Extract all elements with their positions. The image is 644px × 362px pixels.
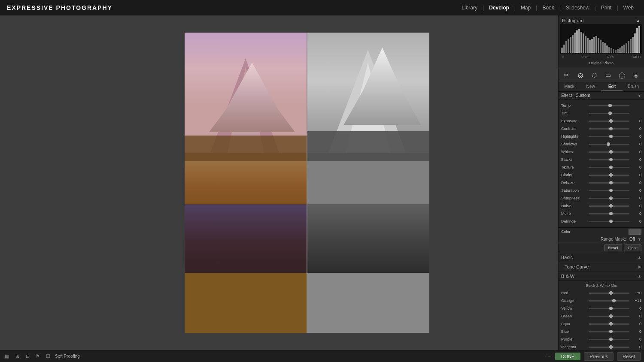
highlights-track[interactable] bbox=[589, 136, 629, 137]
checkbox-icon[interactable]: ☐ bbox=[45, 353, 52, 360]
moire-thumb[interactable] bbox=[609, 212, 613, 215]
sharpness-thumb[interactable] bbox=[609, 196, 613, 200]
zoom-icon[interactable]: ⊟ bbox=[24, 353, 31, 360]
nav-links: Library | Develop | Map | Book | Slidesh… bbox=[458, 3, 637, 12]
texture-track[interactable] bbox=[589, 167, 629, 168]
section-basic[interactable]: Basic ▲ bbox=[559, 253, 644, 262]
nav-web[interactable]: Web bbox=[620, 3, 637, 12]
tab-brush[interactable]: Brush bbox=[623, 82, 644, 91]
saturation-thumb[interactable] bbox=[609, 189, 613, 192]
red-eye-tool[interactable]: ◈ bbox=[631, 70, 641, 80]
bw-red-track[interactable] bbox=[589, 293, 629, 294]
bw-aqua-track[interactable] bbox=[589, 323, 629, 325]
saturation-label: Saturation bbox=[561, 188, 587, 193]
bw-magenta-thumb[interactable] bbox=[609, 345, 613, 349]
nav-print[interactable]: Print bbox=[598, 3, 615, 12]
nav-sep-2: | bbox=[514, 5, 516, 11]
photo-split-divider bbox=[307, 33, 307, 333]
bw-yellow-thumb[interactable] bbox=[609, 307, 613, 310]
tab-new[interactable]: New bbox=[580, 82, 601, 91]
flag-icon[interactable]: ⚑ bbox=[34, 353, 41, 360]
exposure-thumb[interactable] bbox=[609, 119, 613, 123]
color-swatch[interactable] bbox=[629, 229, 641, 235]
bw-orange-thumb[interactable] bbox=[612, 299, 616, 302]
exposure-track[interactable] bbox=[589, 121, 629, 122]
blacks-track[interactable] bbox=[589, 159, 629, 160]
contrast-track[interactable] bbox=[589, 128, 629, 130]
bw-magenta-label: Magenta bbox=[561, 345, 587, 349]
bw-aqua-thumb[interactable] bbox=[609, 322, 613, 326]
shadows-track[interactable] bbox=[589, 144, 629, 145]
bw-aqua-value: 0 bbox=[631, 322, 641, 326]
range-mask-dropdown[interactable]: ▼ bbox=[638, 237, 641, 241]
defringe-track[interactable] bbox=[589, 221, 629, 222]
texture-thumb[interactable] bbox=[609, 166, 613, 169]
noise-thumb[interactable] bbox=[609, 204, 613, 208]
bw-magenta-track[interactable] bbox=[589, 347, 629, 348]
section-bw[interactable]: B & W ▲ bbox=[559, 272, 644, 281]
bw-blue-track[interactable] bbox=[589, 331, 629, 332]
dehaze-thumb[interactable] bbox=[609, 181, 613, 184]
close-button[interactable]: Close bbox=[624, 244, 641, 251]
bw-purple-track[interactable] bbox=[589, 339, 629, 340]
nav-book[interactable]: Book bbox=[539, 3, 557, 12]
bw-purple-thumb[interactable] bbox=[609, 338, 613, 341]
bw-orange-track[interactable] bbox=[589, 300, 629, 302]
effect-dropdown-arrow[interactable]: ▼ bbox=[638, 94, 641, 98]
done-button[interactable]: DONE bbox=[555, 353, 581, 360]
whites-thumb[interactable] bbox=[609, 150, 613, 154]
texture-slider-row: Texture 0 bbox=[561, 164, 641, 171]
nav-develop[interactable]: Develop bbox=[486, 3, 513, 12]
contrast-slider-row: Contrast 0 bbox=[561, 125, 641, 132]
sharpness-track[interactable] bbox=[589, 198, 629, 199]
nav-library[interactable]: Library bbox=[458, 3, 481, 12]
bw-green-thumb[interactable] bbox=[609, 314, 613, 318]
radial-filter-tool[interactable]: ◯ bbox=[617, 70, 627, 80]
left-panel bbox=[0, 15, 56, 350]
graduated-filter-tool[interactable]: ▭ bbox=[603, 70, 614, 80]
dehaze-track[interactable] bbox=[589, 182, 629, 184]
moire-track[interactable] bbox=[589, 213, 629, 214]
defringe-thumb[interactable] bbox=[609, 220, 613, 223]
nav-sep-4: | bbox=[559, 5, 561, 11]
temp-track[interactable] bbox=[589, 105, 629, 106]
svg-rect-43 bbox=[623, 45, 625, 53]
blacks-thumb[interactable] bbox=[609, 158, 613, 161]
nav-slideshow[interactable]: Slideshow bbox=[562, 3, 593, 12]
bw-green-track[interactable] bbox=[589, 316, 629, 317]
section-tone-curve[interactable]: Tone Curve ▶ bbox=[559, 262, 644, 272]
nav-map[interactable]: Map bbox=[517, 3, 534, 12]
heal-tool[interactable]: ◎ bbox=[575, 70, 586, 80]
bw-magenta-row: Magenta 0 bbox=[561, 344, 641, 350]
bw-yellow-track[interactable] bbox=[589, 308, 629, 309]
bw-blue-thumb[interactable] bbox=[609, 330, 613, 333]
hist-label-fl: 7/14 bbox=[606, 55, 614, 59]
clarity-thumb[interactable] bbox=[609, 173, 613, 177]
noise-track[interactable] bbox=[589, 205, 629, 207]
temp-thumb[interactable] bbox=[608, 104, 612, 107]
whites-track[interactable] bbox=[589, 151, 629, 153]
highlights-thumb[interactable] bbox=[609, 135, 613, 138]
histogram-expand-icon[interactable]: ▲ bbox=[636, 18, 641, 23]
saturation-track[interactable] bbox=[589, 190, 629, 191]
bw-red-label: Red bbox=[561, 291, 587, 295]
tab-edit[interactable]: Edit bbox=[601, 82, 623, 91]
previous-button[interactable]: Previous bbox=[584, 352, 614, 361]
tint-track[interactable] bbox=[589, 113, 629, 114]
crop-tool[interactable]: ✂ bbox=[561, 70, 571, 80]
clarity-track[interactable] bbox=[589, 175, 629, 176]
grid-icon[interactable]: ▦ bbox=[3, 353, 10, 360]
tab-mask[interactable]: Mask bbox=[559, 82, 580, 91]
shadows-thumb[interactable] bbox=[607, 142, 610, 146]
tint-thumb[interactable] bbox=[608, 112, 612, 115]
adjustment-brush-tool[interactable]: ⬡ bbox=[589, 70, 599, 80]
nav-sep-6: | bbox=[617, 5, 618, 11]
bw-red-thumb[interactable] bbox=[609, 291, 613, 295]
contrast-thumb[interactable] bbox=[609, 127, 613, 130]
whites-slider-row: Whites 0 bbox=[561, 148, 641, 155]
bw-purple-value: 0 bbox=[631, 337, 641, 341]
reset-nav-button[interactable]: Reset bbox=[617, 352, 641, 361]
compare-icon[interactable]: ⊞ bbox=[14, 353, 21, 360]
reset-button[interactable]: Reset bbox=[604, 244, 622, 251]
defringe-label: Defringe bbox=[561, 219, 587, 223]
